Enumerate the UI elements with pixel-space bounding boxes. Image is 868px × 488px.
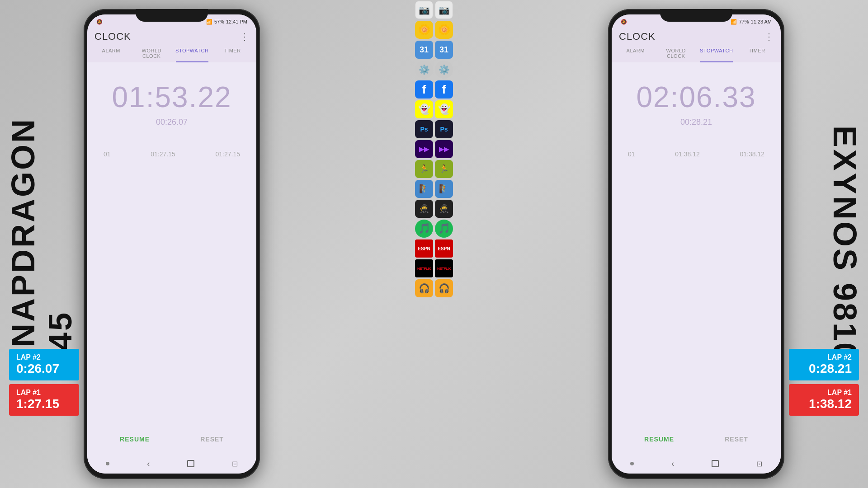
app-icon-spotify-left[interactable]: 🎵 <box>415 220 433 238</box>
right-app-title: CLOCK <box>619 31 656 42</box>
left-nav-back[interactable]: ‹ <box>147 459 150 469</box>
app-icon-game2-right[interactable]: 🧗 <box>435 180 453 198</box>
right-tabs: ALARM WORLD CLOCK STOPWATCH TIMER <box>612 44 781 62</box>
right-phone-outer: 🔕 📶 77% 11:23 AM CLOCK ⋮ ALARM WOR <box>608 9 784 479</box>
app-icon-game2-left[interactable]: 🧗 <box>415 180 433 198</box>
left-main-time: 01:53.22 <box>94 80 249 114</box>
right-lap1-label: LAP #1 <box>796 389 852 397</box>
app-icon-music-left[interactable]: ▶▶ <box>415 140 433 158</box>
left-lap-total: 01:27.15 <box>215 150 240 158</box>
left-phone-notch <box>136 9 208 22</box>
app-row-settings: ⚙️ ⚙️ <box>415 61 453 79</box>
app-row-snapchat: 👻 👻 <box>415 100 453 118</box>
left-tab-worldclock[interactable]: WORLD CLOCK <box>132 44 172 62</box>
left-reset-button[interactable]: RESET <box>189 432 235 446</box>
app-icon-subway-right[interactable]: 🏃 <box>435 160 453 178</box>
left-nav-recent[interactable]: ⊡ <box>232 460 238 468</box>
app-icon-ps-right[interactable]: Ps <box>435 120 453 138</box>
right-signal-bars: 📶 <box>731 19 737 25</box>
app-icon-settings-left[interactable]: ⚙️ <box>415 61 433 79</box>
left-nav-home[interactable] <box>187 460 194 467</box>
left-status-left: 🔕 <box>96 19 103 25</box>
app-icon-spotify-right[interactable]: 🎵 <box>435 220 453 238</box>
left-lap1-box: LAP #1 1:27.15 <box>9 384 79 416</box>
app-icon-camera-left[interactable]: 📷 <box>415 1 433 19</box>
app-icon-calendar-right[interactable]: 31 <box>435 41 453 59</box>
right-phone: 🔕 📶 77% 11:23 AM CLOCK ⋮ ALARM WOR <box>608 9 784 479</box>
app-row-facebook: f f <box>415 80 453 99</box>
right-side-label: EXYNOS 9810 <box>826 126 863 362</box>
right-nav-bar: ‹ ⊡ <box>612 454 781 474</box>
app-icon-snapchat-right[interactable]: 👻 <box>435 100 453 118</box>
left-nav-bar: ‹ ⊡ <box>87 454 256 474</box>
right-lap1-value: 1:38.12 <box>796 397 852 411</box>
left-lap-row: 01 01:27.15 01:27.15 <box>94 145 249 163</box>
left-status-icon: 🔕 <box>96 19 103 25</box>
left-lap1-value: 1:27.15 <box>16 397 72 411</box>
left-lap2-value: 0:26.07 <box>16 361 72 376</box>
right-more-icon[interactable]: ⋮ <box>764 31 774 42</box>
left-tab-stopwatch[interactable]: STOPWATCH <box>172 44 212 62</box>
app-icon-subway-left[interactable]: 🏃 <box>415 160 433 178</box>
left-nav-dot[interactable] <box>106 462 109 465</box>
app-icon-espn-right[interactable]: ESPN <box>435 239 453 258</box>
app-icon-netflix-left[interactable]: NETFLIX <box>415 259 433 277</box>
left-app-title: CLOCK <box>94 31 131 42</box>
app-icon-calendar-left[interactable]: 31 <box>415 41 433 59</box>
left-button-row: RESUME RESET <box>87 425 256 454</box>
right-time: 11:23 AM <box>751 19 772 24</box>
right-lap2-box: LAP #2 0:28.21 <box>789 349 859 380</box>
left-signal-bars: 📶 <box>206 19 212 25</box>
right-tab-stopwatch[interactable]: STOPWATCH <box>696 44 737 62</box>
app-row-ninja: 🥷 🥷 <box>415 200 453 218</box>
app-icon-ninja-left[interactable]: 🥷 <box>415 200 433 218</box>
left-stopwatch-content: 01:53.22 00:26.07 01 01:27.15 01:27.15 <box>87 62 256 425</box>
left-tab-alarm[interactable]: ALARM <box>91 44 132 62</box>
app-icon-audible-right[interactable]: 🎧 <box>435 279 453 297</box>
left-resume-button[interactable]: RESUME <box>109 432 160 446</box>
app-icon-netflix-right[interactable]: NETFLIX <box>435 259 453 277</box>
app-row-photoshop: Ps Ps <box>415 120 453 138</box>
right-reset-button[interactable]: RESET <box>714 432 759 446</box>
right-resume-button[interactable]: RESUME <box>633 432 685 446</box>
right-lap2-value: 0:28.21 <box>796 361 852 376</box>
right-nav-home[interactable] <box>712 460 719 467</box>
left-tab-timer[interactable]: TIMER <box>212 44 253 62</box>
app-icon-ps-left[interactable]: Ps <box>415 120 433 138</box>
right-status-left: 🔕 <box>621 19 627 25</box>
app-row-game2: 🧗 🧗 <box>415 180 453 198</box>
app-row-espn: ESPN ESPN <box>415 239 453 258</box>
right-tab-alarm[interactable]: ALARM <box>615 44 656 62</box>
app-icon-notes-right[interactable]: 🌼 <box>435 21 453 39</box>
left-phone-outer: 🔕 📶 57% 12:41 PM CLOCK ⋮ ALARM WOR <box>84 9 260 479</box>
app-icon-settings-right[interactable]: ⚙️ <box>435 61 453 79</box>
right-tab-worldclock[interactable]: WORLD CLOCK <box>656 44 697 62</box>
right-tab-timer[interactable]: TIMER <box>737 44 778 62</box>
app-icon-facebook-right[interactable]: f <box>435 80 453 99</box>
app-icon-music-right[interactable]: ▶▶ <box>435 140 453 158</box>
app-icon-facebook-left[interactable]: f <box>415 80 433 99</box>
right-nav-recent[interactable]: ⊡ <box>756 460 762 468</box>
right-button-row: RESUME RESET <box>612 425 781 454</box>
app-icon-audible-left[interactable]: 🎧 <box>415 279 433 297</box>
app-icon-snapchat-left[interactable]: 👻 <box>415 100 433 118</box>
left-app-header: CLOCK ⋮ <box>87 29 256 42</box>
app-icon-ninja-right[interactable]: 🥷 <box>435 200 453 218</box>
left-status-right: 📶 57% 12:41 PM <box>206 19 247 25</box>
right-nav-back[interactable]: ‹ <box>671 459 674 469</box>
app-row-audible: 🎧 🎧 <box>415 279 453 297</box>
left-tabs: ALARM WORLD CLOCK STOPWATCH TIMER <box>87 44 256 62</box>
right-stopwatch-content: 02:06.33 00:28.21 01 01:38.12 01:38.12 <box>612 62 781 425</box>
left-side-label: SNAPDRAGON 845 <box>5 117 79 371</box>
left-lap-sub-time: 00:26.07 <box>94 117 249 127</box>
right-phone-screen: 🔕 📶 77% 11:23 AM CLOCK ⋮ ALARM WOR <box>612 14 781 474</box>
app-icon-espn-left[interactable]: ESPN <box>415 239 433 258</box>
left-more-icon[interactable]: ⋮ <box>240 31 249 42</box>
right-nav-dot[interactable] <box>630 462 634 465</box>
left-lap-time: 01:27.15 <box>151 150 175 158</box>
right-lap2-label: LAP #2 <box>796 353 852 361</box>
right-phone-notch <box>660 9 732 22</box>
app-icon-notes-left[interactable]: 🌼 <box>415 21 433 39</box>
app-icon-camera-right[interactable]: 📷 <box>435 1 453 19</box>
right-lap-total: 01:38.12 <box>740 150 764 158</box>
